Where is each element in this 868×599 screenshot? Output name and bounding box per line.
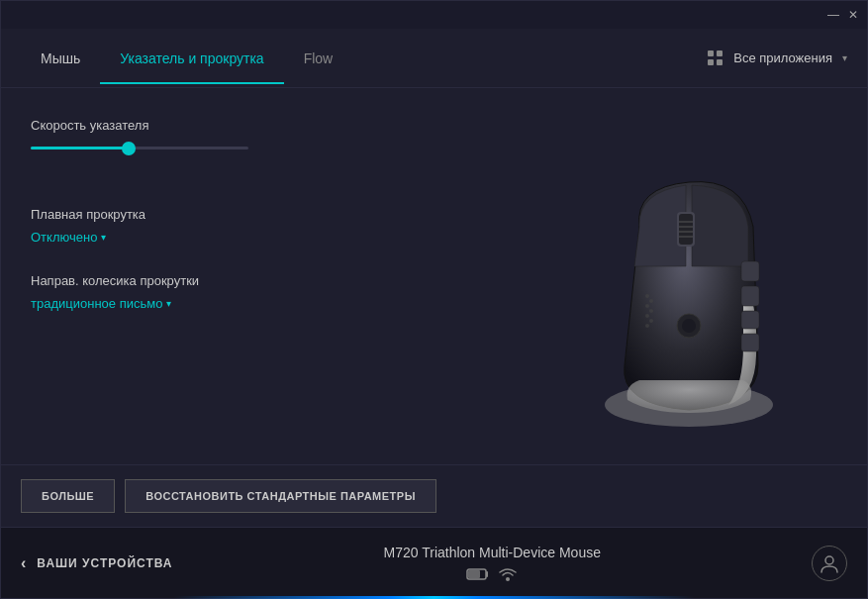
svg-rect-21 bbox=[486, 571, 488, 577]
svg-point-19 bbox=[649, 319, 653, 323]
svg-point-14 bbox=[645, 304, 649, 308]
all-apps-label[interactable]: Все приложения bbox=[733, 50, 832, 65]
title-bar: — ✕ bbox=[1, 1, 867, 29]
pointer-speed-slider[interactable] bbox=[31, 147, 248, 150]
svg-rect-7 bbox=[741, 261, 759, 281]
svg-point-24 bbox=[825, 556, 833, 564]
back-label: ВАШИ УСТРОЙСТВА bbox=[37, 556, 172, 570]
footer-right bbox=[812, 546, 847, 581]
bottom-bar: БОЛЬШЕ ВОССТАНОВИТЬ СТАНДАРТНЫЕ ПАРАМЕТР… bbox=[1, 464, 867, 527]
restore-button[interactable]: ВОССТАНОВИТЬ СТАНДАРТНЫЕ ПАРАМЕТРЫ bbox=[125, 479, 436, 513]
svg-point-15 bbox=[645, 314, 649, 318]
back-arrow-icon: ‹ bbox=[21, 554, 27, 572]
user-profile-button[interactable] bbox=[812, 546, 847, 581]
tab-mouse[interactable]: Мышь bbox=[21, 33, 100, 84]
svg-rect-10 bbox=[741, 334, 759, 351]
scroll-direction-chevron-icon: ▾ bbox=[166, 298, 171, 309]
scroll-direction-value: традиционное письмо bbox=[31, 296, 162, 311]
slider-fill bbox=[31, 147, 129, 150]
tab-pointer-scroll[interactable]: Указатель и прокрутка bbox=[100, 33, 283, 84]
footer-device-icons bbox=[466, 566, 518, 582]
mouse-image-area bbox=[550, 148, 827, 445]
back-button[interactable]: ‹ ВАШИ УСТРОЙСТВА bbox=[21, 554, 172, 572]
device-name: M720 Triathlon Multi-Device Mouse bbox=[384, 545, 601, 560]
svg-point-23 bbox=[506, 577, 510, 581]
scroll-direction-dropdown[interactable]: традиционное письмо ▾ bbox=[31, 296, 171, 311]
svg-point-13 bbox=[645, 294, 649, 298]
all-apps-chevron-icon: ▾ bbox=[842, 52, 847, 63]
svg-point-12 bbox=[682, 319, 696, 333]
footer-center: M720 Triathlon Multi-Device Mouse bbox=[172, 545, 812, 582]
pointer-speed-label: Скорость указателя bbox=[31, 118, 837, 133]
main-window: — ✕ Мышь Указатель и прокрутка Flow Все … bbox=[0, 0, 868, 599]
tab-flow[interactable]: Flow bbox=[284, 33, 353, 84]
slider-thumb[interactable] bbox=[122, 142, 136, 155]
connection-icon bbox=[498, 566, 518, 582]
close-button[interactable]: ✕ bbox=[847, 9, 859, 21]
minimize-button[interactable]: — bbox=[827, 9, 839, 21]
apps-grid-icon[interactable] bbox=[708, 50, 723, 66]
mouse-illustration bbox=[560, 167, 818, 425]
svg-point-18 bbox=[649, 309, 653, 313]
svg-point-17 bbox=[649, 299, 653, 303]
title-bar-controls: — ✕ bbox=[827, 9, 859, 21]
more-button[interactable]: БОЛЬШЕ bbox=[21, 479, 115, 513]
smooth-scroll-dropdown[interactable]: Отключено ▾ bbox=[31, 230, 106, 245]
tabs-bar: Мышь Указатель и прокрутка Flow Все прил… bbox=[1, 29, 867, 88]
smooth-scroll-chevron-icon: ▾ bbox=[101, 232, 106, 243]
main-content: Скорость указателя Плавная прокрутка Отк… bbox=[1, 88, 867, 464]
svg-rect-2 bbox=[679, 214, 693, 245]
smooth-scroll-value: Отключено bbox=[31, 230, 97, 245]
footer: ‹ ВАШИ УСТРОЙСТВА M720 Triathlon Multi-D… bbox=[1, 527, 867, 598]
svg-rect-22 bbox=[468, 570, 480, 578]
svg-rect-9 bbox=[741, 311, 759, 329]
svg-rect-8 bbox=[741, 286, 759, 306]
apps-area: Все приложения ▾ bbox=[708, 50, 847, 66]
battery-icon bbox=[466, 567, 490, 581]
svg-point-16 bbox=[645, 324, 649, 328]
